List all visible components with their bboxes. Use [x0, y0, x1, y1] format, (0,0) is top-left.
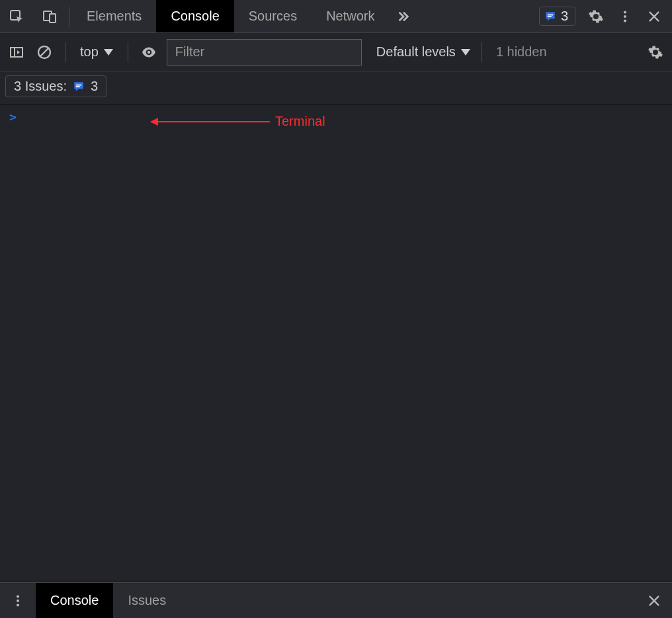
console-toolbar: top Default levels 1 hidden	[0, 33, 672, 71]
svg-rect-3	[548, 14, 553, 15]
svg-rect-13	[76, 84, 81, 85]
svg-point-12	[147, 50, 150, 53]
inspect-element-icon[interactable]	[0, 0, 33, 33]
svg-rect-4	[548, 16, 552, 17]
drawer-tab-issues[interactable]: Issues	[113, 583, 181, 618]
chevron-down-icon	[104, 49, 113, 56]
clear-console-icon[interactable]	[34, 42, 54, 62]
separator	[128, 42, 128, 62]
svg-point-6	[624, 15, 626, 17]
tab-network[interactable]: Network	[312, 0, 389, 32]
filter-input[interactable]	[167, 39, 362, 66]
svg-point-7	[624, 19, 626, 22]
tab-console[interactable]: Console	[156, 0, 233, 32]
separator	[65, 42, 65, 62]
svg-point-17	[17, 603, 19, 606]
hidden-messages-count[interactable]: 1 hidden	[496, 44, 547, 60]
drawer-tabstrip: Console Issues	[0, 582, 672, 618]
svg-point-16	[17, 599, 19, 601]
issues-subbar: 3 Issues: 3	[0, 71, 672, 104]
issues-button-count: 3	[91, 79, 98, 94]
close-drawer-icon[interactable]	[636, 583, 672, 618]
separator	[69, 7, 69, 26]
log-levels-label: Default levels	[376, 44, 456, 60]
console-settings-icon[interactable]	[646, 42, 665, 62]
close-devtools-icon[interactable]	[646, 8, 663, 25]
issues-button[interactable]: 3 Issues: 3	[5, 75, 106, 97]
context-selector-label: top	[80, 44, 99, 60]
svg-line-11	[40, 48, 48, 56]
kebab-menu-icon[interactable]	[616, 8, 634, 25]
drawer-tab-console[interactable]: Console	[36, 583, 113, 618]
issues-button-label: 3 Issues:	[14, 79, 67, 94]
issues-indicator-count: 3	[561, 9, 568, 24]
tab-sources[interactable]: Sources	[234, 0, 312, 32]
log-levels-selector[interactable]: Default levels	[376, 44, 470, 60]
live-expression-icon[interactable]	[139, 42, 159, 62]
svg-point-15	[17, 595, 19, 597]
tab-elements[interactable]: Elements	[72, 0, 156, 32]
separator	[481, 42, 482, 62]
svg-rect-2	[50, 14, 56, 22]
console-prompt-icon: >	[0, 105, 672, 129]
drawer-menu-icon[interactable]	[0, 583, 36, 618]
more-tabs-icon[interactable]	[390, 0, 416, 33]
devtools-tabstrip: Elements Console Sources Network 3	[0, 0, 672, 33]
context-selector[interactable]: top	[76, 44, 117, 60]
console-body[interactable]: > Terminal	[0, 104, 672, 580]
chevron-down-icon	[461, 49, 470, 56]
svg-rect-8	[11, 48, 22, 57]
settings-icon[interactable]	[587, 8, 605, 25]
toggle-sidebar-icon[interactable]	[7, 42, 26, 62]
issues-indicator[interactable]: 3	[539, 7, 575, 26]
svg-point-5	[624, 11, 626, 13]
svg-rect-14	[76, 86, 80, 87]
device-toolbar-icon[interactable]	[33, 0, 66, 33]
